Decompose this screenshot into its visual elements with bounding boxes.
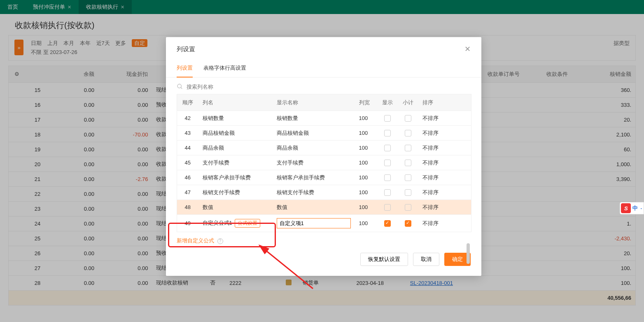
show-checkbox[interactable] — [384, 204, 391, 211]
search-input[interactable] — [187, 84, 471, 90]
cell-width: 100 — [355, 155, 377, 170]
cell-width: 100 — [355, 111, 377, 126]
help-icon[interactable]: ? — [217, 238, 223, 244]
cell-colname: 支付手续费 — [198, 155, 273, 170]
subtotal-checkbox[interactable] — [405, 220, 411, 227]
formula-settings-button[interactable]: 公式设置 — [235, 219, 260, 228]
show-checkbox[interactable] — [384, 115, 391, 122]
cell-width: 100 — [355, 170, 377, 185]
cell-width: 100 — [355, 185, 377, 200]
restore-default-button[interactable]: 恢复默认设置 — [360, 253, 408, 266]
cell-seq: 45 — [177, 155, 198, 170]
cell-colname: 数值 — [198, 200, 273, 215]
cell-colname: 自定义公式1公式设置 — [198, 215, 273, 232]
settings-row[interactable]: 48数值数值100不排序 — [177, 200, 471, 215]
subtotal-checkbox[interactable] — [405, 204, 411, 211]
show-checkbox[interactable] — [384, 220, 391, 227]
cell-seq: 46 — [177, 170, 198, 185]
h-seq: 顺序 — [177, 94, 198, 111]
subtotal-checkbox[interactable] — [405, 160, 411, 166]
cell-colname: 核销数量 — [198, 111, 273, 126]
cell-sort[interactable]: 不排序 — [418, 200, 471, 215]
settings-row[interactable]: 42核销数量核销数量100不排序 — [177, 111, 471, 126]
show-checkbox[interactable] — [384, 189, 391, 196]
settings-table: 顺序 列名 显示名称 列宽 显示 小计 排序 42核销数量核销数量100不排序4… — [177, 94, 471, 232]
h-disp: 显示名称 — [273, 94, 355, 111]
settings-row[interactable]: 46核销客户承担手续费核销客户承担手续费100不排序 — [177, 170, 471, 185]
cell-sort[interactable]: 不排序 — [418, 215, 471, 232]
cell-sort[interactable]: 不排序 — [418, 185, 471, 200]
settings-row[interactable]: 44商品余额商品余额100不排序 — [177, 141, 471, 155]
cell-dispname: 商品核销金额 — [273, 126, 355, 141]
show-checkbox[interactable] — [384, 174, 391, 181]
search-icon — [177, 83, 183, 90]
h-show: 显示 — [377, 94, 398, 111]
cell-colname: 商品余额 — [198, 141, 273, 155]
h-sub: 小计 — [398, 94, 418, 111]
cell-colname: 核销支付手续费 — [198, 185, 273, 200]
cell-dispname — [273, 215, 355, 232]
show-checkbox[interactable] — [384, 160, 391, 166]
modal-title: 列设置 — [177, 45, 195, 53]
close-icon[interactable]: ✕ — [464, 45, 471, 54]
tab-font-row-settings[interactable]: 表格字体行高设置 — [203, 60, 246, 77]
settings-row[interactable]: 43商品核销金额商品核销金额100不排序 — [177, 126, 471, 141]
h-sort: 排序 — [418, 94, 471, 111]
subtotal-checkbox[interactable] — [405, 174, 411, 181]
h-width: 列宽 — [355, 94, 377, 111]
svg-point-0 — [177, 84, 181, 88]
cell-sort[interactable]: 不排序 — [418, 126, 471, 141]
cell-dispname: 商品余额 — [273, 141, 355, 155]
ime-more-icon: · — [640, 205, 642, 212]
search-row — [166, 78, 481, 92]
cell-sort[interactable]: 不排序 — [418, 111, 471, 126]
cell-seq: 48 — [177, 200, 198, 215]
cell-width: 100 — [355, 200, 377, 215]
show-checkbox[interactable] — [384, 145, 391, 151]
subtotal-checkbox[interactable] — [405, 130, 411, 136]
ime-logo: S — [621, 203, 631, 213]
display-name-input[interactable] — [277, 218, 351, 228]
cell-dispname: 核销客户承担手续费 — [273, 170, 355, 185]
subtotal-checkbox[interactable] — [405, 115, 411, 122]
add-formula-link[interactable]: 新增自定义公式 — [177, 237, 214, 244]
h-name: 列名 — [198, 94, 273, 111]
settings-row[interactable]: 47核销支付手续费核销支付手续费100不排序 — [177, 185, 471, 200]
cell-seq: 44 — [177, 141, 198, 155]
svg-line-1 — [181, 87, 182, 89]
subtotal-checkbox[interactable] — [405, 145, 411, 151]
cancel-button[interactable]: 取消 — [413, 253, 439, 266]
cell-width: 100 — [355, 126, 377, 141]
ime-mode: 中 — [632, 204, 638, 212]
cell-colname: 商品核销金额 — [198, 126, 273, 141]
tab-column-settings[interactable]: 列设置 — [177, 60, 193, 78]
cell-sort[interactable]: 不排序 — [418, 141, 471, 155]
cell-dispname: 核销数量 — [273, 111, 355, 126]
cell-dispname: 支付手续费 — [273, 155, 355, 170]
cell-sort[interactable]: 不排序 — [418, 170, 471, 185]
settings-row[interactable]: 45支付手续费支付手续费100不排序 — [177, 155, 471, 170]
cell-width: 100 — [355, 215, 377, 232]
cell-seq: 47 — [177, 185, 198, 200]
show-checkbox[interactable] — [384, 130, 391, 136]
cell-width: 100 — [355, 141, 377, 155]
column-settings-modal: 列设置 ✕ 列设置 表格字体行高设置 顺序 列名 显示名称 列宽 显示 小计 排… — [166, 37, 481, 276]
settings-row[interactable]: 49自定义公式1公式设置100不排序 — [177, 215, 471, 232]
cell-seq: 43 — [177, 126, 198, 141]
cell-sort[interactable]: 不排序 — [418, 155, 471, 170]
scrollbar-thumb[interactable] — [467, 243, 470, 264]
cell-dispname: 核销支付手续费 — [273, 185, 355, 200]
ime-indicator[interactable]: S 中 · — [620, 202, 644, 214]
cell-dispname: 数值 — [273, 200, 355, 215]
cell-seq: 42 — [177, 111, 198, 126]
cell-colname: 核销客户承担手续费 — [198, 170, 273, 185]
cell-seq: 49 — [177, 215, 198, 232]
subtotal-checkbox[interactable] — [405, 189, 411, 196]
